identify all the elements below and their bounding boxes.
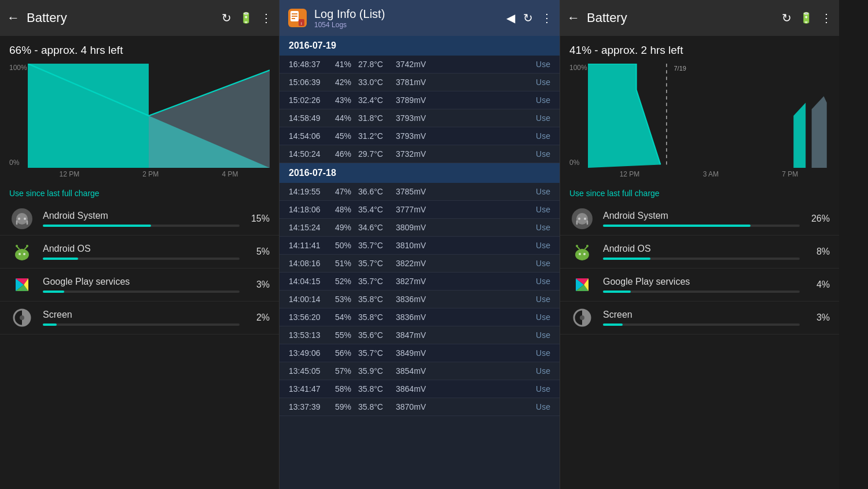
log-time: 14:54:06 (289, 131, 335, 141)
log-use: Use (433, 113, 550, 123)
left-android-os-name: Android OS (43, 244, 240, 254)
svg-rect-9 (16, 253, 19, 258)
left-android-system-pct: 15% (247, 214, 270, 224)
log-temp: 31.2°C (358, 131, 396, 141)
mid-menu-icon[interactable]: ⋮ (541, 11, 553, 25)
right-chart-y-labels: 100% 0% (569, 64, 587, 168)
left-back-button[interactable]: ← (7, 10, 20, 25)
log-row[interactable]: 13:41:47 58% 35.8°C 3864mV Use (279, 380, 560, 398)
log-time: 14:18:06 (289, 205, 335, 214)
right-use-since-label: Use since last full charge (560, 183, 839, 203)
right-app-item-screen[interactable]: Screen 3% (560, 302, 839, 334)
log-row[interactable]: 15:02:26 43% 32.4°C 3789mV Use (279, 91, 560, 109)
log-time: 14:15:24 (289, 223, 335, 232)
log-row[interactable]: 13:45:05 57% 35.9°C 3854mV Use (279, 362, 560, 380)
log-row[interactable]: 13:53:13 55% 35.6°C 3847mV Use (279, 326, 560, 344)
svg-point-44 (579, 253, 581, 255)
right-header: ← Battery ↻ 🔋 ⋮ (560, 0, 839, 36)
log-row[interactable]: 14:18:06 48% 35.4°C 3777mV Use (279, 201, 560, 219)
log-row[interactable]: 13:49:06 56% 35.7°C 3849mV Use (279, 344, 560, 362)
right-screen-info: Screen (603, 310, 800, 326)
left-google-play-name: Google Play services (43, 277, 240, 287)
svg-point-16 (26, 245, 28, 247)
log-pct: 46% (335, 149, 358, 159)
right-google-play-pct: 4% (807, 280, 830, 290)
log-row[interactable]: 16:48:37 41% 27.8°C 3742mV Use (279, 56, 560, 73)
right-android-os-bar-bg (603, 258, 800, 260)
log-row[interactable]: 14:00:14 53% 35.8°C 3836mV Use (279, 291, 560, 308)
log-pct: 42% (335, 78, 358, 87)
right-menu-icon[interactable]: ⋮ (821, 11, 832, 25)
log-mv: 3836mV (396, 295, 433, 304)
left-x-label-1: 12 PM (60, 170, 80, 178)
log-temp: 35.6°C (358, 330, 396, 340)
svg-point-37 (578, 218, 580, 220)
left-android-system-bar-bg (43, 225, 240, 227)
left-app-item-android-os[interactable]: Android OS 5% (0, 236, 279, 269)
log-mv: 3864mV (396, 384, 433, 394)
log-row[interactable]: 14:19:55 47% 36.6°C 3785mV Use (279, 183, 560, 201)
log-temp: 35.9°C (358, 366, 396, 376)
log-pct: 48% (335, 205, 358, 214)
mid-header-subtitle: 1054 Logs (314, 21, 385, 29)
svg-point-55 (580, 315, 584, 320)
log-time: 14:58:49 (289, 113, 335, 123)
right-app-item-android-system[interactable]: Android System 26% (560, 203, 839, 236)
left-google-play-icon (9, 272, 35, 297)
right-android-os-icon (569, 239, 595, 264)
log-row[interactable]: 13:37:39 59% 35.8°C 3870mV Use (279, 398, 560, 416)
log-temp: 33.0°C (358, 78, 396, 87)
log-pct: 53% (335, 295, 358, 304)
log-time: 13:56:20 (289, 312, 335, 322)
log-temp: 35.8°C (358, 402, 396, 411)
log-row[interactable]: 14:04:15 52% 35.7°C 3827mV Use (279, 273, 560, 291)
left-reload-icon[interactable]: ↻ (222, 11, 231, 25)
left-android-system-icon (9, 206, 35, 231)
log-time: 13:49:06 (289, 348, 335, 358)
left-battery-panel: ← Battery ↻ 🔋 ⋮ 66% - approx. 4 hrs left… (0, 0, 279, 489)
log-pct: 49% (335, 223, 358, 232)
left-menu-icon[interactable]: ⋮ (260, 11, 272, 25)
left-google-play-info: Google Play services (43, 277, 240, 293)
log-pct: 47% (335, 187, 358, 196)
right-chart-date-marker: 7/19 (674, 65, 686, 72)
svg-rect-26 (292, 13, 297, 14)
log-use: Use (433, 131, 550, 141)
log-use: Use (433, 78, 550, 87)
log-mv: 3742mV (396, 60, 433, 69)
log-row[interactable]: 14:08:16 51% 35.7°C 3822mV Use (279, 255, 560, 273)
right-google-play-bar-fill (603, 291, 631, 293)
svg-marker-34 (812, 96, 827, 168)
right-android-os-info: Android OS (603, 244, 800, 260)
left-chart-area: 100% 0% (9, 64, 270, 168)
right-screen-icon (569, 305, 595, 330)
log-row[interactable]: 13:56:20 54% 35.8°C 3836mV Use (279, 308, 560, 326)
log-use: Use (433, 384, 550, 394)
right-reload-icon[interactable]: ↻ (782, 11, 792, 25)
log-row[interactable]: 14:58:49 44% 31.8°C 3793mV Use (279, 109, 560, 127)
log-time: 14:04:15 (289, 277, 335, 286)
mid-back-icon[interactable]: ◀ (506, 11, 515, 25)
svg-marker-31 (588, 64, 660, 168)
left-app-item-screen[interactable]: Screen 2% (0, 302, 279, 334)
log-temp: 31.8°C (358, 113, 396, 123)
mid-reload-icon[interactable]: ↻ (523, 11, 533, 25)
log-row[interactable]: 14:11:41 50% 35.7°C 3810mV Use (279, 237, 560, 255)
left-android-os-bar-bg (43, 258, 240, 260)
mid-header-left: i Log Info (List) 1054 Logs (286, 7, 498, 29)
log-row[interactable]: 14:54:06 45% 31.2°C 3793mV Use (279, 127, 560, 145)
right-app-item-google-play[interactable]: Google Play services 4% (560, 269, 839, 302)
log-row[interactable]: 14:15:24 49% 34.6°C 3809mV Use (279, 219, 560, 237)
log-row[interactable]: 14:50:24 46% 29.7°C 3732mV Use (279, 145, 560, 163)
right-google-play-name: Google Play services (603, 277, 800, 287)
right-app-item-android-os[interactable]: Android OS 8% (560, 236, 839, 269)
svg-rect-28 (292, 18, 295, 19)
left-app-item-android-system[interactable]: Android System 15% (0, 203, 279, 236)
left-battery-status: 66% - approx. 4 hrs left (0, 36, 279, 61)
right-title: Battery (587, 10, 774, 25)
log-time: 13:45:05 (289, 366, 335, 376)
left-app-item-google-play[interactable]: Google Play services 3% (0, 269, 279, 302)
right-back-button[interactable]: ← (567, 10, 580, 25)
log-temp: 35.7°C (358, 348, 396, 358)
log-row[interactable]: 15:06:39 42% 33.0°C 3781mV Use (279, 73, 560, 91)
